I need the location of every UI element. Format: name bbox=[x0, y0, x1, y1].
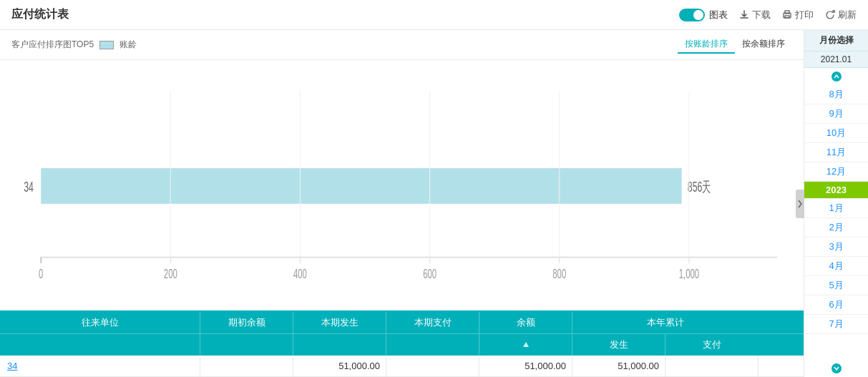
th-ytd-group: 本年累计 bbox=[572, 312, 759, 333]
th-unit: 往来单位 bbox=[0, 312, 200, 333]
balance-icon bbox=[522, 341, 530, 348]
print-label: 打印 bbox=[795, 9, 814, 21]
svg-text:856天: 856天 bbox=[688, 179, 711, 195]
sidebar-item-month-9[interactable]: 9月 bbox=[804, 104, 868, 124]
scroll-down-button[interactable] bbox=[804, 360, 868, 377]
chart-legend-box-label: 账龄 bbox=[120, 39, 137, 51]
table-row: 34 51,000.00 51,000.00 51,000.00 bbox=[0, 356, 804, 377]
month-sidebar: 月份选择 2021.01 8月 9月 10月 11月 12月 2023 1月 2… bbox=[804, 30, 868, 377]
th-current-pay-sub bbox=[386, 334, 479, 356]
sidebar-current-year: 2021.01 bbox=[804, 52, 868, 68]
svg-text:400: 400 bbox=[293, 267, 307, 281]
data-table: 往来单位 期初余额 本期发生 本期支付 余额 本年累计 发生 bbox=[0, 310, 804, 377]
sidebar-toggle-button[interactable] bbox=[796, 190, 804, 218]
sidebar-item-month-1[interactable]: 1月 bbox=[804, 199, 868, 218]
print-button[interactable]: 打印 bbox=[782, 9, 814, 21]
scroll-up-button[interactable] bbox=[804, 68, 868, 85]
chart-toggle-wrap: 图表 bbox=[679, 9, 728, 21]
svg-text:0: 0 bbox=[39, 267, 43, 281]
td-opening bbox=[200, 356, 293, 376]
toggle-label: 图表 bbox=[709, 9, 728, 21]
table-header-bottom: 发生 支付 bbox=[0, 333, 804, 356]
sidebar-item-month-6[interactable]: 6月 bbox=[804, 295, 868, 315]
refresh-icon bbox=[825, 10, 835, 20]
th-ytd-pay: 支付 bbox=[665, 334, 759, 356]
svg-text:600: 600 bbox=[423, 267, 437, 281]
svg-text:200: 200 bbox=[164, 267, 177, 281]
th-ytd-occur: 发生 bbox=[572, 334, 665, 356]
th-balance: 余额 bbox=[479, 312, 572, 333]
chevron-right-icon bbox=[797, 199, 803, 209]
print-icon bbox=[782, 10, 792, 20]
sidebar-item-month-3[interactable]: 3月 bbox=[804, 238, 868, 257]
th-current-occur: 本期发生 bbox=[293, 312, 386, 333]
page-title: 应付统计表 bbox=[11, 7, 69, 22]
td-current-pay bbox=[386, 356, 479, 376]
chart-legend-text: 客户应付排序图TOP5 bbox=[11, 39, 94, 51]
sidebar-year-label-2023: 2023 bbox=[804, 182, 868, 199]
sort-by-age-button[interactable]: 按账龄排序 bbox=[678, 36, 735, 54]
sidebar-item-month-5[interactable]: 5月 bbox=[804, 276, 868, 295]
chevron-down-icon bbox=[831, 363, 842, 374]
svg-rect-2 bbox=[785, 16, 789, 18]
chevron-up-icon bbox=[831, 71, 842, 82]
download-label: 下载 bbox=[752, 9, 771, 21]
chart-sort-buttons: 按账龄排序 按余额排序 bbox=[678, 36, 792, 54]
th-unit-sub bbox=[0, 334, 200, 356]
svg-marker-23 bbox=[523, 342, 529, 347]
sidebar-item-month-8[interactable]: 8月 bbox=[804, 85, 868, 104]
download-icon bbox=[739, 10, 749, 20]
sidebar-item-month-10[interactable]: 10月 bbox=[804, 124, 868, 143]
chart-legend: 客户应付排序图TOP5 账龄 bbox=[11, 39, 137, 51]
td-ytd-occur: 51,000.00 bbox=[572, 356, 665, 376]
svg-point-24 bbox=[832, 72, 842, 82]
sidebar-item-month-2[interactable]: 2月 bbox=[804, 218, 868, 238]
unit-link[interactable]: 34 bbox=[7, 361, 17, 371]
th-opening-sub bbox=[200, 334, 293, 356]
td-ytd-pay bbox=[665, 356, 759, 376]
month-list: 8月 9月 10月 11月 12月 2023 1月 2月 3月 4月 5月 6月… bbox=[804, 85, 868, 360]
chart-toggle[interactable] bbox=[679, 9, 705, 21]
refresh-label: 刷新 bbox=[838, 9, 857, 21]
th-current-pay: 本期支付 bbox=[386, 312, 479, 333]
svg-text:34: 34 bbox=[24, 179, 34, 195]
sort-by-balance-button[interactable]: 按余额排序 bbox=[735, 36, 792, 54]
sidebar-item-month-4[interactable]: 4月 bbox=[804, 257, 868, 276]
td-current-occur: 51,000.00 bbox=[293, 356, 386, 376]
table-header-top: 往来单位 期初余额 本期发生 本期支付 余额 本年累计 bbox=[0, 312, 804, 333]
chart-canvas: 34 856天 0 200 bbox=[0, 60, 804, 310]
sidebar-header-label: 月份选择 bbox=[804, 30, 868, 52]
sidebar-item-month-7[interactable]: 7月 bbox=[804, 315, 868, 334]
th-current-occur-sub bbox=[293, 334, 386, 356]
th-balance-sub bbox=[479, 334, 572, 356]
th-opening: 期初余额 bbox=[200, 312, 293, 333]
refresh-button[interactable]: 刷新 bbox=[825, 9, 857, 21]
chart-bar bbox=[41, 168, 681, 204]
td-balance: 51,000.00 bbox=[479, 356, 572, 376]
svg-text:800: 800 bbox=[552, 267, 566, 281]
header-actions: 图表 下载 打印 刷新 bbox=[679, 9, 857, 21]
sidebar-item-month-11[interactable]: 11月 bbox=[804, 143, 868, 162]
td-unit[interactable]: 34 bbox=[0, 356, 200, 376]
download-button[interactable]: 下载 bbox=[739, 9, 771, 21]
svg-text:1,000: 1,000 bbox=[679, 267, 699, 281]
sidebar-item-month-12[interactable]: 12月 bbox=[804, 162, 868, 182]
legend-box bbox=[99, 41, 114, 49]
svg-point-25 bbox=[832, 363, 842, 373]
chart-svg: 34 856天 0 200 bbox=[11, 67, 792, 305]
